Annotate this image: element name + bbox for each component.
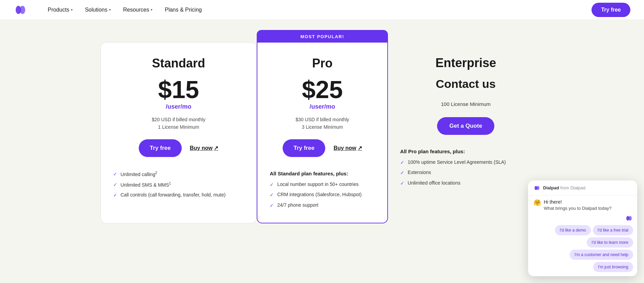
feature-item: ✓ CRM integrations (Salesforce, Hubspot)	[270, 191, 375, 199]
check-icon: ✓	[270, 192, 274, 199]
pro-features-list: ✓ Local number support in 50+ countries …	[270, 181, 375, 209]
enterprise-plan-name: Enterprise	[400, 56, 531, 70]
enterprise-contact-label: Contact us	[400, 77, 531, 91]
standard-plan-card: Standard $15 /user/mo $20 USD if billed …	[101, 42, 257, 223]
pricing-cards: Standard $15 /user/mo $20 USD if billed …	[101, 30, 544, 223]
chat-options-row-1: I'd like a demo I'd like a free trial	[532, 225, 633, 235]
pricing-section: Standard $15 /user/mo $20 USD if billed …	[84, 20, 561, 234]
standard-plan-name: Standard	[113, 56, 244, 70]
check-icon: ✓	[270, 202, 274, 209]
chat-option-free-trial[interactable]: I'd like a free trial	[593, 225, 633, 235]
check-icon: ✓	[113, 182, 117, 188]
svg-point-5	[629, 216, 632, 221]
enterprise-features-list: ✓ 100% uptime Service Level Agreements (…	[400, 159, 531, 187]
nav-links: Products ▾ Solutions ▾ Resources ▾ Plans…	[48, 7, 591, 13]
chat-greeting: 🤗 Hi there! What brings you to Dialpad t…	[528, 195, 637, 214]
pro-plan-billing: $30 USD if billed monthly3 License Minim…	[270, 116, 375, 131]
chat-emoji: 🤗	[534, 199, 541, 206]
chat-header: Dialpad from Dialpad	[528, 180, 637, 195]
enterprise-license-info: 100 License Minimum	[400, 101, 531, 107]
enterprise-features-intro: All Pro plan features, plus:	[400, 148, 531, 154]
standard-plan-actions: Try free Buy now ↗	[113, 139, 244, 157]
feature-item: ✓ Unlimited SMS & MMS1	[113, 181, 244, 188]
arrow-icon: ↗	[214, 145, 218, 151]
check-icon: ✓	[270, 182, 274, 188]
standard-features-list: ✓ Unlimited calling2 ✓ Unlimited SMS & M…	[113, 171, 244, 199]
chat-brand-logo	[534, 186, 540, 190]
standard-plan-price: $15	[113, 77, 244, 102]
enterprise-plan-card: Enterprise Contact us 100 License Minimu…	[388, 42, 544, 223]
chat-widget: Dialpad from Dialpad 🤗 Hi there! What br…	[528, 180, 637, 276]
chat-option-learn-more[interactable]: I'd like to learn more	[587, 237, 633, 248]
pro-plan-actions: Try free Buy now ↗	[270, 139, 375, 157]
feature-item: ✓ 24/7 phone support	[270, 202, 375, 209]
nav-item-solutions[interactable]: Solutions ▾	[85, 7, 111, 13]
chat-option-customer-help[interactable]: I'm a customer and need help	[570, 250, 633, 260]
pro-plan-wrapper: MOST POPULAR! Pro $25 /user/mo $30 USD i…	[257, 30, 388, 223]
chat-option-browsing[interactable]: I'm just browsing	[593, 262, 633, 272]
pro-plan-card: Pro $25 /user/mo $30 USD if billed month…	[257, 43, 388, 223]
logo-icon	[14, 5, 27, 15]
pro-buy-now-button[interactable]: Buy now ↗	[333, 145, 362, 151]
nav-try-free-button[interactable]: Try free	[591, 3, 630, 17]
chevron-down-icon: ▾	[109, 8, 111, 12]
standard-buy-now-button[interactable]: Buy now ↗	[190, 145, 219, 151]
feature-item: ✓ Local number support in 50+ countries	[270, 181, 375, 188]
chat-options-row-2: I'd like to learn more	[532, 237, 633, 248]
navigation: Products ▾ Solutions ▾ Resources ▾ Plans…	[0, 0, 644, 20]
chat-dialpad-logo	[625, 216, 633, 221]
chat-greeting-text: Hi there!	[544, 199, 612, 206]
chat-options: I'd like a demo I'd like a free trial I'…	[528, 222, 637, 276]
check-icon: ✓	[400, 170, 404, 176]
chat-options-row-4: I'm just browsing	[532, 262, 633, 272]
svg-point-3	[537, 186, 539, 190]
pro-plan-price-sub: /user/mo	[270, 103, 375, 110]
pro-plan-badge: MOST POPULAR!	[257, 30, 388, 43]
chat-brand-label: Dialpad from Dialpad	[543, 185, 585, 190]
nav-item-plans-pricing[interactable]: Plans & Pricing	[165, 7, 202, 13]
feature-item: ✓ Unlimited office locations	[400, 180, 531, 187]
nav-item-resources[interactable]: Resources ▾	[123, 7, 152, 13]
check-icon: ✓	[400, 159, 404, 166]
check-icon: ✓	[113, 171, 117, 178]
arrow-icon: ↗	[358, 145, 362, 151]
svg-point-1	[20, 6, 25, 14]
feature-item: ✓ Extensions	[400, 169, 531, 176]
pro-plan-price: $25	[270, 77, 375, 102]
standard-try-free-button[interactable]: Try free	[139, 139, 181, 157]
standard-plan-price-sub: /user/mo	[113, 103, 244, 110]
chat-option-demo[interactable]: I'd like a demo	[555, 225, 591, 235]
feature-item: ✓ Unlimited calling2	[113, 171, 244, 178]
pro-try-free-button[interactable]: Try free	[283, 139, 325, 157]
chat-header-top: Dialpad from Dialpad	[534, 185, 632, 190]
chevron-down-icon: ▾	[71, 8, 73, 12]
chat-question-text: What brings you to Dialpad today?	[544, 206, 612, 211]
logo[interactable]	[14, 5, 27, 15]
feature-item: ✓ Call controls (call forwarding, transf…	[113, 192, 244, 199]
check-icon: ✓	[113, 192, 117, 199]
nav-item-products[interactable]: Products ▾	[48, 7, 73, 13]
check-icon: ✓	[400, 180, 404, 187]
enterprise-get-quote-button[interactable]: Get a Quote	[437, 117, 494, 135]
standard-plan-billing: $20 USD if billed monthly1 License Minim…	[113, 116, 244, 131]
pro-plan-name: Pro	[270, 56, 375, 70]
chevron-down-icon: ▾	[151, 8, 152, 12]
chat-dp-logo-area	[528, 214, 637, 222]
feature-item: ✓ 100% uptime Service Level Agreements (…	[400, 159, 531, 166]
pro-features-intro: All Standard plan features, plus:	[270, 171, 375, 176]
chat-options-row-3: I'm a customer and need help	[532, 250, 633, 260]
